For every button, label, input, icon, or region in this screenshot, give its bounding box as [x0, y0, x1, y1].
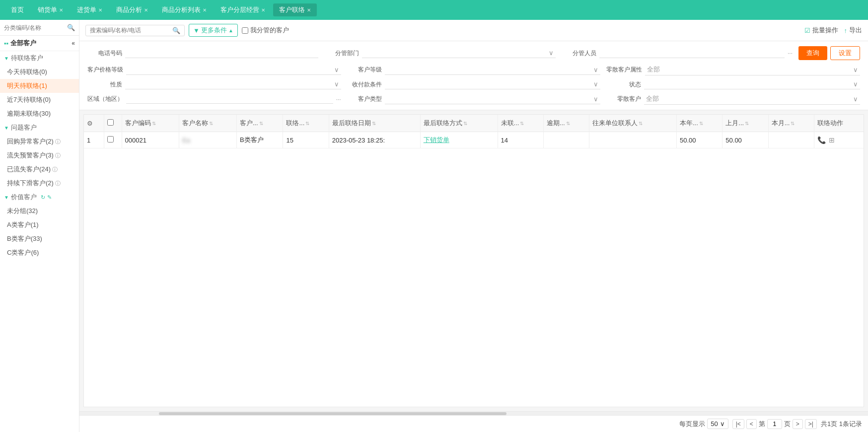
select-all-checkbox[interactable]: [107, 119, 114, 126]
cell-name: Ea: [179, 132, 237, 148]
filter-icon: ▼: [193, 27, 200, 34]
total-info: 共1页 1条记录: [821, 420, 862, 429]
sort-icon: ⇅: [259, 121, 263, 126]
retail-attr-select[interactable]: 全部 ∨: [645, 64, 860, 75]
nav-purchase[interactable]: 进货单 ✕: [71, 3, 108, 16]
gear-icon[interactable]: ⚙: [87, 120, 93, 127]
dept-select[interactable]: ∨: [362, 48, 555, 58]
payment-terms-label: 收付款条件: [347, 80, 382, 89]
sort-icon: ⇅: [745, 121, 749, 126]
gender-select[interactable]: ∨: [125, 79, 341, 89]
close-icon[interactable]: ✕: [98, 7, 102, 13]
filter-dept: 分管部门 ∨: [324, 48, 555, 58]
page-number-input[interactable]: [767, 419, 782, 429]
my-customers-checkbox-label[interactable]: 我分管的客户: [242, 26, 289, 35]
nav-product-analysis[interactable]: 商品分析 ✕: [110, 3, 154, 16]
sidebar-item-declining[interactable]: 持续下滑客户(2) ⓘ: [0, 176, 79, 190]
query-button[interactable]: 查询: [798, 46, 827, 60]
phone-label: 电话号码: [87, 49, 122, 58]
nav-customer-contact[interactable]: 客户联络 ✕: [273, 3, 317, 16]
filter-row-4: 区域（地区） ··· 客户类型 ∨ 零散客户 全部 ∨: [87, 93, 860, 105]
payment-terms-select[interactable]: ∨: [385, 79, 601, 89]
person-input[interactable]: [599, 49, 785, 58]
batch-op-button[interactable]: ☑ 批量操作: [804, 26, 838, 35]
sidebar: 🔍 ▪▪ 全部客户 « ▼ 待联络客户 今天待联络(0) 明天待联络(1) 近7…: [0, 20, 79, 432]
horizontal-scrollbar[interactable]: [79, 411, 868, 415]
batch-icon: ☑: [804, 27, 810, 34]
collapse-icon[interactable]: «: [72, 40, 75, 47]
scrollbar-thumb[interactable]: [159, 412, 506, 415]
sidebar-item-week-contact[interactable]: 近7天待联络(0): [0, 93, 79, 107]
col-checkbox: [104, 115, 122, 132]
cell-this-month: [768, 132, 814, 148]
phone-action-icon[interactable]: 📞: [817, 136, 826, 144]
sidebar-item-class-b[interactable]: B类客户(33): [0, 232, 79, 246]
sidebar-group-value: ▼ 价值客户 ↻ ✎: [0, 190, 79, 204]
search-input[interactable]: [90, 27, 170, 34]
nav-product-analysis-list[interactable]: 商品分析列表 ✕: [156, 3, 213, 16]
sidebar-item-today-contact[interactable]: 今天待联络(0): [0, 65, 79, 79]
filter-row-1: 电话号码 分管部门 ∨ 分管人员 ··· 查询 设置: [87, 46, 860, 60]
sidebar-item-tomorrow-contact[interactable]: 明天待联络(1): [0, 79, 79, 93]
filter-retail-attr: 零散客户属性 全部 ∨: [606, 64, 860, 75]
cell-index: 1: [84, 132, 104, 148]
col-gear[interactable]: ⚙: [84, 115, 104, 132]
chevron-down-icon: ∨: [334, 66, 339, 73]
first-page-button[interactable]: |<: [732, 419, 744, 429]
customer-type-select[interactable]: ∨: [385, 94, 601, 104]
sidebar-item-class-c[interactable]: C类客户(6): [0, 246, 79, 260]
top-nav: 首页 销货单 ✕ 进货单 ✕ 商品分析 ✕ 商品分析列表 ✕ 客户分层经营 ✕ …: [0, 0, 868, 20]
search-icon[interactable]: 🔍: [172, 27, 180, 34]
region-input[interactable]: [126, 94, 333, 104]
my-customers-checkbox[interactable]: [242, 27, 248, 34]
content-area: 🔍 ▼ 更多条件 ▲ 我分管的客户 ☑ 批量操作 ↑ 导出: [79, 20, 868, 432]
export-icon: ↑: [844, 27, 848, 34]
retail-customer-select[interactable]: 全部 ∨: [644, 93, 860, 105]
nav-home[interactable]: 首页: [5, 3, 30, 16]
export-button[interactable]: ↑ 导出: [844, 26, 863, 35]
close-icon[interactable]: ✕: [144, 7, 148, 13]
more-filter-button[interactable]: ▼ 更多条件 ▲: [189, 24, 238, 37]
close-icon[interactable]: ✕: [203, 7, 207, 13]
col-code: 客户编码 ⇅: [122, 115, 179, 132]
retail-attr-label: 零散客户属性: [606, 66, 642, 74]
search-icon[interactable]: 🔍: [67, 24, 75, 31]
last-page-button[interactable]: >|: [805, 419, 817, 429]
customer-level-select[interactable]: ∨: [385, 65, 601, 75]
page-size-box[interactable]: 50 ∨: [707, 419, 728, 429]
filter-gender: 性质 ∨: [87, 79, 341, 89]
sort-icon: ⇅: [639, 121, 643, 126]
sidebar-all-customers[interactable]: ▪▪ 全部客户 «: [0, 36, 79, 51]
next-page-button[interactable]: >: [793, 419, 803, 429]
sidebar-item-class-a[interactable]: A类客户(1): [0, 218, 79, 232]
last-contact-method-link[interactable]: 下销货单: [424, 136, 449, 144]
customer-type-label: 客户类型: [347, 95, 382, 103]
set-button[interactable]: 设置: [830, 46, 860, 60]
filter-phone: 电话号码: [87, 49, 318, 58]
nav-customer-segmentation[interactable]: 客户分层经营 ✕: [215, 3, 271, 16]
person-more-btn[interactable]: ···: [788, 50, 793, 57]
filter-person: 分管人员 ···: [562, 49, 793, 58]
chevron-down-icon: ∨: [593, 95, 598, 103]
close-icon[interactable]: ✕: [307, 7, 311, 13]
col-category: 客户... ⇅: [236, 115, 283, 132]
grid-action-icon[interactable]: ⊞: [829, 136, 835, 144]
sidebar-item-repurchase-abnormal[interactable]: 回购异常客户(2) ⓘ: [0, 135, 79, 148]
region-more-btn[interactable]: ···: [336, 96, 341, 103]
customer-price-level-select[interactable]: ∨: [126, 65, 341, 75]
row-checkbox[interactable]: [107, 136, 114, 143]
sidebar-item-ungrouped[interactable]: 未分组(32): [0, 204, 79, 218]
close-icon[interactable]: ✕: [59, 7, 63, 13]
sidebar-item-overdue-contact[interactable]: 逾期未联络(30): [0, 107, 79, 121]
prev-page-button[interactable]: <: [746, 419, 757, 429]
sidebar-search-input[interactable]: [4, 24, 65, 31]
status-select[interactable]: ∨: [644, 79, 860, 89]
sort-icon: ⇅: [305, 121, 309, 126]
sidebar-item-churn-warning[interactable]: 流失预警客户(3) ⓘ: [0, 148, 79, 162]
phone-input[interactable]: [125, 49, 318, 58]
sidebar-group-pending: ▼ 待联络客户: [0, 51, 79, 65]
cell-unit-contact: [589, 132, 677, 148]
close-icon[interactable]: ✕: [261, 7, 265, 13]
nav-sales[interactable]: 销货单 ✕: [32, 3, 69, 16]
sidebar-item-churned[interactable]: 已流失客户(24) ⓘ: [0, 162, 79, 176]
